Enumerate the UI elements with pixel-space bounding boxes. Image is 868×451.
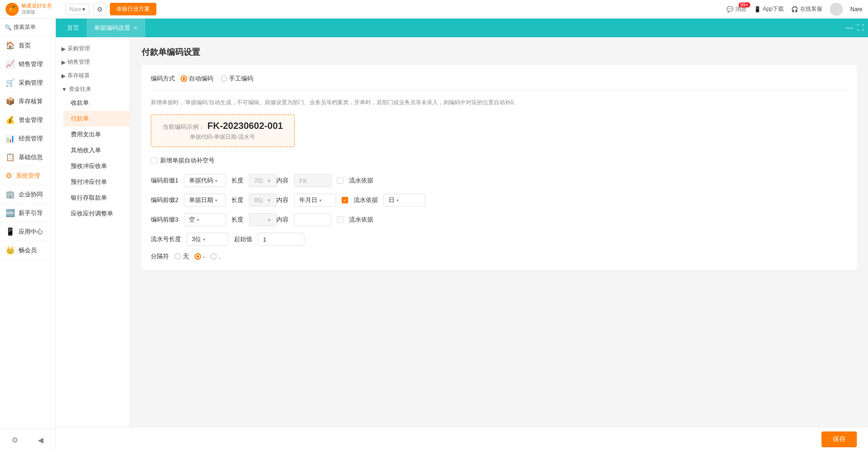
- enterprise-icon: 🏢: [6, 190, 15, 199]
- sidebar-item-newguide[interactable]: 🆕 新手引导: [0, 204, 55, 222]
- sec-menu-inventory[interactable]: ▶ 库存核算: [56, 68, 130, 81]
- separator-row: 分隔符 无 - .: [151, 252, 848, 261]
- field-2-period-arrow-icon: ▾: [397, 198, 399, 203]
- field-row-3: 编码前缀3 空 ▾ 长度 ▾ 内容 流水依据: [151, 213, 848, 226]
- message-button[interactable]: 💬 消息 99+: [727, 5, 747, 13]
- tab-home-label: 首页: [67, 24, 79, 32]
- sidebar-item-basics[interactable]: 📋 基础信息: [0, 148, 55, 167]
- search-menu[interactable]: 🔍 搜索菜单: [0, 19, 55, 36]
- sidebar-item-inventory[interactable]: 📦 库存核算: [0, 92, 55, 111]
- inventory-icon: 📦: [6, 97, 15, 106]
- online-service-button[interactable]: 🎧 在线客服: [791, 5, 822, 13]
- sidebar-item-system[interactable]: ⚙ 系统管理: [0, 167, 55, 185]
- bottom-bar: 保存: [56, 427, 868, 451]
- radio-auto[interactable]: 自动编码: [181, 74, 213, 83]
- tab-close-icon[interactable]: ✕: [133, 25, 138, 31]
- sec-menu-item-payment[interactable]: 付款单: [63, 111, 130, 127]
- service-icon: 🎧: [791, 6, 798, 13]
- online-service-label: 在线客服: [800, 5, 822, 13]
- message-badge: 99+: [739, 2, 750, 7]
- separator-label: 分隔符: [151, 252, 169, 261]
- tab-home[interactable]: 首页: [60, 19, 87, 37]
- radio-separator-dot-label: .: [219, 253, 221, 260]
- sec-menu-item-expense-label: 费用支出单: [71, 130, 101, 139]
- field-2-label: 编码前缀2: [151, 196, 178, 204]
- secondary-sidebar: ▶ 采购管理 ▶ 销售管理 ▶ 库存核算 ▼ 资金往来 收款单: [56, 37, 130, 427]
- promo-button[interactable]: 体验行业方案: [110, 3, 156, 15]
- sec-menu-sales-label: 销售管理: [67, 58, 90, 66]
- sidebar-item-sales[interactable]: 📈 销售管理: [0, 55, 55, 74]
- page-title: 付款单编码设置: [141, 47, 857, 58]
- field-3-length-input[interactable]: [249, 213, 277, 226]
- field-3-arrow-icon: ▾: [197, 217, 199, 222]
- field-3-content-input[interactable]: [294, 213, 331, 226]
- field-2-watermark-check[interactable]: [342, 197, 348, 203]
- start-value-input[interactable]: [258, 233, 304, 246]
- auto-fill-checkbox[interactable]: [151, 157, 157, 164]
- sidebar-item-finance[interactable]: 💰 资金管理: [0, 111, 55, 129]
- tab-minimize-icon[interactable]: —: [846, 24, 853, 32]
- logo-text: 畅通道好生意: [21, 3, 52, 9]
- radio-separator-none[interactable]: 无: [175, 252, 189, 261]
- sidebar-item-system-label: 系统管理: [16, 172, 40, 180]
- field-2-content-value: 年月日: [299, 196, 317, 204]
- sidebar-item-member[interactable]: 👑 畅会员: [0, 241, 55, 260]
- sidebar-item-enterprise-label: 企业协同: [19, 190, 43, 199]
- auto-fill-label: 新增单据自动补空号: [160, 156, 215, 165]
- sec-menu-capital[interactable]: ▼ 资金往来: [56, 81, 130, 95]
- sec-menu-purchase[interactable]: ▶ 采购管理: [56, 41, 130, 54]
- avatar[interactable]: [830, 3, 843, 16]
- main: 首页 单据编码设置 ✕ — ⛶ ▶ 采购管理 ▶ 销售管理: [56, 19, 868, 451]
- encoding-radio-group: 自动编码 手工编码: [181, 74, 253, 83]
- secondary-layout: ▶ 采购管理 ▶ 销售管理 ▶ 库存核算 ▼ 资金往来 收款单: [56, 37, 868, 427]
- app-download-button[interactable]: 📱 App下载: [754, 5, 784, 13]
- sec-menu-item-bank-deposit-label: 银行存取款单: [71, 194, 107, 202]
- sec-menu-item-prepay-receive[interactable]: 预收冲应收单: [63, 158, 130, 174]
- sec-menu-item-bank-deposit[interactable]: 银行存取款单: [63, 190, 130, 206]
- company-dropdown[interactable]: Nare ▾: [65, 4, 89, 15]
- field-2-length-input: [249, 194, 277, 207]
- field-3-label: 编码前缀3: [151, 215, 178, 224]
- serial-row: 流水号长度 3位 ▾ 起始值: [151, 233, 848, 246]
- page-content: 付款单编码设置 编码方式 自动编码 手工编码: [130, 37, 868, 427]
- sec-menu-item-other-income-label: 其他收入单: [71, 146, 101, 155]
- sec-menu-item-other-income[interactable]: 其他收入单: [63, 142, 130, 158]
- radio-separator-dot[interactable]: .: [210, 253, 221, 260]
- field-2-content-select[interactable]: 年月日 ▾: [294, 194, 336, 207]
- radio-manual[interactable]: 手工编码: [221, 74, 253, 83]
- field-2-length-label: 长度: [231, 196, 243, 204]
- field-1-select[interactable]: 单据代码 ▾: [184, 174, 226, 187]
- sidebar-item-home[interactable]: 🏠 首页: [0, 36, 55, 55]
- sidebar-item-operations[interactable]: 📊 经营管理: [0, 129, 55, 148]
- field-1-watermark-check[interactable]: [337, 177, 343, 184]
- code-preview-box: 当前编码示例： FK-20230602-001 单据代码-单据日期-流水号: [151, 114, 295, 147]
- field-2-period-select[interactable]: 日 ▾: [384, 194, 425, 207]
- radio-separator-dash[interactable]: -: [195, 253, 205, 260]
- chevron-right-icon-2: ▶: [61, 59, 66, 66]
- settings-button[interactable]: ⚙: [93, 3, 106, 16]
- sec-menu-item-receipt[interactable]: 收款单: [63, 95, 130, 111]
- serial-length-value: 3位: [192, 235, 201, 243]
- field-3-watermark-check[interactable]: [337, 216, 343, 223]
- preview-label: 当前编码示例：: [162, 123, 205, 130]
- field-2-select[interactable]: 单据日期 ▾: [184, 194, 226, 207]
- sec-menu-sales[interactable]: ▶ 销售管理: [56, 54, 130, 68]
- sidebar-item-apps[interactable]: 📱 应用中心: [0, 222, 55, 241]
- sidebar-item-member-label: 畅会员: [19, 246, 37, 255]
- serial-length-select[interactable]: 3位 ▾: [187, 233, 229, 246]
- field-3-select[interactable]: 空 ▾: [184, 213, 226, 226]
- sec-menu-item-expense[interactable]: 费用支出单: [63, 127, 130, 142]
- save-button[interactable]: 保存: [821, 431, 857, 447]
- field-1-content-input: [294, 174, 331, 187]
- radio-manual-label: 手工编码: [229, 74, 253, 83]
- collapse-button[interactable]: ◀: [30, 433, 52, 447]
- tab-encoding[interactable]: 单据编码设置 ✕: [87, 19, 145, 37]
- sec-menu-item-prepay-receive-label: 预收冲应收单: [71, 162, 107, 170]
- sidebar-item-enterprise[interactable]: 🏢 企业协同: [0, 185, 55, 204]
- sec-menu-item-prepay-pay[interactable]: 预付冲应付单: [63, 174, 130, 190]
- tab-maximize-icon[interactable]: ⛶: [857, 24, 864, 32]
- sec-menu-item-receivable-adjust[interactable]: 应收应付调整单: [63, 206, 130, 222]
- sidebar-item-purchase[interactable]: 🛒 采购管理: [0, 74, 55, 92]
- sidebar-item-sales-label: 销售管理: [19, 60, 43, 68]
- bottom-settings-button[interactable]: ⚙: [4, 433, 26, 447]
